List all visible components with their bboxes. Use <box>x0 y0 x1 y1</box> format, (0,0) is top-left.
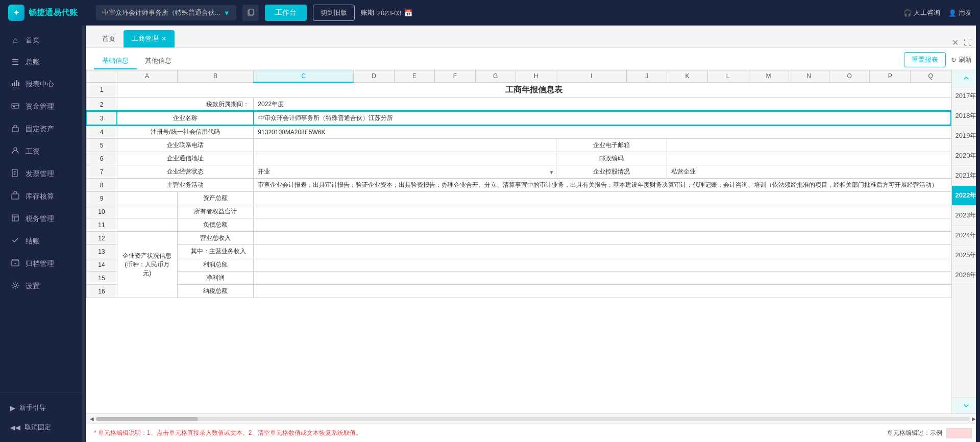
sidebar-item-home[interactable]: ⌂ 首页 <box>0 30 86 51</box>
ledger-icon: ☰ <box>10 57 20 67</box>
sidebar-item-tax[interactable]: 税务管理 <box>0 208 86 230</box>
sidebar-item-inventory[interactable]: 库存核算 <box>0 185 86 208</box>
sidebar-item-settings[interactable]: 设置 <box>0 275 86 298</box>
subtab-other[interactable]: 其他信息 <box>137 53 180 69</box>
subtab-basic[interactable]: 基础信息 <box>94 53 137 69</box>
sidebar-item-ledger[interactable]: ☰ 总账 <box>0 51 86 73</box>
col-header-j[interactable]: J <box>627 70 667 83</box>
tab-close-icon[interactable]: ✕ <box>161 35 166 42</box>
debt-label: 负债总额 <box>177 218 254 232</box>
col-header-b[interactable]: B <box>177 70 254 83</box>
col-header-e[interactable]: E <box>394 70 434 83</box>
svg-rect-3 <box>14 82 15 86</box>
col-header-m[interactable]: M <box>748 70 789 83</box>
sidebar-item-assets[interactable]: 固定资产 <box>0 118 86 140</box>
reg-code-cell[interactable]: 91320100MA208E5W6K <box>254 125 951 139</box>
workbench-button[interactable]: 工作台 <box>265 5 307 21</box>
customer-service-button[interactable]: 🎧 人工咨询 <box>903 8 940 17</box>
table-row: 10 所有者权益合计 <box>86 205 951 218</box>
sidebar-item-finance[interactable]: 资金管理 <box>0 95 86 118</box>
col-header-c[interactable]: C <box>254 70 354 83</box>
company-name-label: 企业名称 <box>117 111 254 125</box>
reset-report-button[interactable]: 重置报表 <box>904 52 946 67</box>
horizontal-scrollbar[interactable]: ◀ ▶ <box>86 413 980 424</box>
unpin-button[interactable]: ◀◀ 取消固定 <box>0 418 86 437</box>
postcode-cell[interactable] <box>667 152 951 165</box>
svg-rect-8 <box>13 106 15 107</box>
sheet-title-cell[interactable]: 工商年报信息表 <box>117 82 951 98</box>
period-label: 账期 <box>361 8 374 17</box>
sidebar-bottom: ▶ 新手引导 ◀◀ 取消固定 <box>0 392 86 442</box>
sidebar-item-salary[interactable]: 工资 <box>0 140 86 163</box>
net-profit-cell[interactable] <box>254 272 951 285</box>
revenue-cell[interactable] <box>254 232 951 245</box>
col-header-n[interactable]: N <box>789 70 829 83</box>
col-header-d[interactable]: D <box>354 70 394 83</box>
window-controls: ✕ ⛶ <box>952 38 972 47</box>
scroll-track[interactable] <box>96 417 970 421</box>
col-header-i[interactable]: I <box>556 70 627 83</box>
svg-rect-4 <box>16 80 17 86</box>
sidebar-item-report[interactable]: 报表中心 <box>0 73 86 95</box>
period-display: 账期 2023-03 📅 <box>361 8 413 17</box>
period-value-cell[interactable]: 2022年度 <box>254 98 951 112</box>
scroll-left-arrow[interactable]: ◀ <box>90 416 94 422</box>
row-num-5: 5 <box>86 139 117 152</box>
user-button[interactable]: 👤 用友 <box>948 8 972 17</box>
sidebar-item-settlement[interactable]: 结账 <box>0 230 86 253</box>
top-right-controls: 🎧 人工咨询 👤 用友 <box>903 8 972 17</box>
guide-icon: ▶ <box>10 404 15 412</box>
calendar-icon[interactable]: 📅 <box>404 9 412 17</box>
tab-industrial[interactable]: 工商管理 ✕ <box>124 30 175 47</box>
net-profit-label: 净利润 <box>177 272 254 285</box>
profit-cell[interactable] <box>254 258 951 272</box>
debt-cell[interactable] <box>254 218 951 232</box>
col-header-l[interactable]: L <box>707 70 748 83</box>
report-icon <box>10 79 20 89</box>
copy-button[interactable] <box>242 5 259 21</box>
phone-cell[interactable] <box>254 139 556 152</box>
scroll-right-arrow[interactable]: ▶ <box>972 416 976 422</box>
sidebar-item-invoice[interactable]: 发票管理 <box>0 163 86 185</box>
holding-cell[interactable]: 私营企业 <box>667 165 951 179</box>
invoice-icon <box>10 169 20 179</box>
equity-cell[interactable] <box>254 205 951 218</box>
edit-hint: * 单元格编辑说明：1、点击单元格直接录入数值或文本。2、清空单元格数值或文本恢… <box>94 429 362 437</box>
sidebar-item-label: 税务管理 <box>26 214 54 224</box>
col-header-h[interactable]: H <box>516 70 556 83</box>
tab-home[interactable]: 首页 <box>94 30 124 47</box>
col-header-a[interactable]: A <box>117 70 177 83</box>
assets-group-label: 企业资产状况信息(币种：人民币万元) <box>117 232 177 298</box>
refresh-button[interactable]: ↻ 刷新 <box>951 55 972 64</box>
company-name-cell[interactable]: 中审众环会计师事务所（特殊普通合伙）江苏分所 <box>254 111 951 125</box>
holding-label: 企业控股情况 <box>556 165 667 179</box>
scroll-thumb[interactable] <box>96 417 198 421</box>
status-cell[interactable]: 开业 ▼ <box>254 165 556 179</box>
col-header-o[interactable]: O <box>829 70 870 83</box>
sidebar-item-label: 总账 <box>26 58 40 67</box>
col-header-p[interactable]: P <box>870 70 910 83</box>
svg-rect-6 <box>12 104 19 108</box>
company-selector[interactable]: 中审众环会计师事务所（特殊普通合伙... ▼ <box>96 5 236 20</box>
tax-cell[interactable] <box>254 285 951 298</box>
col-header-f[interactable]: F <box>435 70 475 83</box>
col-header-k[interactable]: K <box>667 70 707 83</box>
svg-rect-16 <box>12 215 18 221</box>
sidebar-item-archive[interactable]: 归档管理 <box>0 253 86 275</box>
col-header-g[interactable]: G <box>475 70 516 83</box>
spreadsheet-main[interactable]: A B C D E F G H I J K L M <box>86 70 951 413</box>
col-header-q[interactable]: Q <box>910 70 951 83</box>
finance-icon <box>10 102 20 112</box>
close-icon[interactable]: ✕ <box>952 38 959 47</box>
sub-tabs: 基础信息 其他信息 <box>94 48 904 69</box>
inventory-icon <box>10 191 20 202</box>
address-cell[interactable] <box>254 152 556 165</box>
main-revenue-cell[interactable] <box>254 245 951 258</box>
assets-cell[interactable] <box>254 192 951 205</box>
business-cell[interactable]: 审查企业会计报表；出具审计报告；验证企业资本；出具验资报告；办理企业合开、分立、… <box>254 179 951 192</box>
expand-icon[interactable]: ⛶ <box>964 38 972 47</box>
row-num-13: 13 <box>86 245 117 258</box>
old-version-button[interactable]: 切到旧版 <box>313 5 355 21</box>
email-cell[interactable] <box>667 139 951 152</box>
guide-button[interactable]: ▶ 新手引导 <box>0 398 86 418</box>
